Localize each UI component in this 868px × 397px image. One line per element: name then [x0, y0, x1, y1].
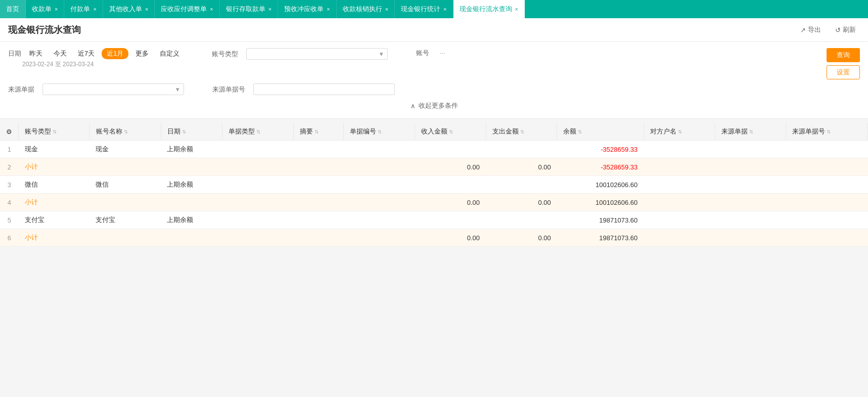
- nav-tab-现金银行统计[interactable]: 现金银行统计×: [395, 0, 453, 18]
- chevron-down-icon: ▾: [380, 50, 383, 58]
- col-header-gear[interactable]: ⚙: [0, 123, 19, 141]
- close-icon[interactable]: ×: [55, 6, 58, 12]
- cell-account-type: 小计: [19, 229, 90, 247]
- source-doc-num-input[interactable]: [253, 83, 395, 95]
- cell-source-doc: [715, 141, 786, 158]
- table-row: 1现金现金上期余额-3528659.33: [0, 141, 868, 158]
- source-doc-num-label: 来源单据号: [212, 85, 245, 94]
- page-header: 现金银行流水查询 ↗ 导出 ↺ 刷新: [0, 18, 868, 42]
- nav-tab-现金银行流水查询[interactable]: 现金银行流水查询×: [453, 0, 525, 18]
- sort-icon[interactable]: ⇅: [827, 129, 831, 135]
- cell-account-type: 微信: [19, 176, 90, 194]
- close-icon[interactable]: ×: [268, 6, 271, 12]
- cell-summary: [293, 141, 343, 158]
- cell-account-name: [89, 229, 161, 247]
- close-icon[interactable]: ×: [327, 6, 330, 12]
- cell-source-doc-no: [786, 176, 868, 194]
- cell-expense: [486, 141, 557, 158]
- date-range: 2023-02-24 至 2023-03-24: [22, 60, 94, 69]
- date-option-近1月[interactable]: 近1月: [102, 48, 128, 59]
- cell-date: [161, 158, 222, 176]
- source-doc-select[interactable]: ▾: [42, 83, 184, 95]
- col-header-balance[interactable]: 余额⇅: [557, 123, 644, 141]
- nav-tab-其他收入单[interactable]: 其他收入单×: [103, 0, 155, 18]
- sort-icon[interactable]: ⇅: [378, 129, 382, 135]
- sort-icon[interactable]: ⇅: [578, 129, 582, 135]
- account-type-filter: 账号类型 ▾: [212, 48, 388, 60]
- close-icon[interactable]: ×: [93, 6, 96, 12]
- cell-date: [161, 194, 222, 211]
- nav-tab-预收冲应收单[interactable]: 预收冲应收单×: [278, 0, 336, 18]
- nav-tab-收款核销执行[interactable]: 收款核销执行×: [337, 0, 395, 18]
- date-option-近7天[interactable]: 近7天: [74, 48, 99, 59]
- row-num: 4: [0, 194, 19, 211]
- cell-summary: [293, 211, 343, 229]
- sort-icon[interactable]: ⇅: [53, 129, 57, 135]
- query-button[interactable]: 查询: [827, 48, 860, 62]
- close-icon[interactable]: ×: [515, 6, 518, 12]
- filter-row-1: 日期 昨天今天近7天近1月更多自定义 2023-02-24 至 2023-03-…: [8, 48, 860, 79]
- col-header-date[interactable]: 日期⇅: [161, 123, 222, 141]
- more-dots[interactable]: ···: [437, 48, 447, 58]
- col-header-doc_no[interactable]: 单据编号⇅: [344, 123, 415, 141]
- nav-tab-银行存取款单[interactable]: 银行存取款单×: [220, 0, 278, 18]
- cell-source-doc: [715, 211, 786, 229]
- cell-doc-no: [344, 158, 415, 176]
- nav-tab-首页[interactable]: 首页: [0, 0, 26, 18]
- date-option-自定义[interactable]: 自定义: [156, 48, 184, 59]
- close-icon[interactable]: ×: [210, 6, 213, 12]
- close-icon[interactable]: ×: [385, 6, 388, 12]
- date-filter: 日期 昨天今天近7天近1月更多自定义 2023-02-24 至 2023-03-…: [8, 48, 184, 69]
- source-doc-filter: 来源单据 ▾: [8, 83, 184, 95]
- cell-income: 0.00: [415, 158, 486, 176]
- col-header-account_name[interactable]: 账号名称⇅: [89, 123, 161, 141]
- close-icon[interactable]: ×: [145, 6, 148, 12]
- date-options: 昨天今天近7天近1月更多自定义: [25, 48, 184, 59]
- col-header-income[interactable]: 收入金额⇅: [415, 123, 486, 141]
- sort-icon[interactable]: ⇅: [182, 129, 186, 135]
- cell-balance: -3528659.33: [557, 158, 644, 176]
- col-header-doc_type[interactable]: 单据类型⇅: [222, 123, 294, 141]
- col-header-expense[interactable]: 支出金额⇅: [486, 123, 557, 141]
- sort-icon[interactable]: ⇅: [124, 129, 128, 135]
- cell-counterparty: [644, 194, 715, 211]
- cell-date: [161, 229, 222, 247]
- table-row: 3微信微信上期余额100102606.60: [0, 176, 868, 194]
- nav-tab-收款单[interactable]: 收款单×: [26, 0, 64, 18]
- cell-source-doc: [715, 176, 786, 194]
- cell-date: 上期余额: [161, 141, 222, 158]
- refresh-button[interactable]: ↺ 刷新: [831, 23, 860, 36]
- col-header-source_doc_no[interactable]: 来源单据号⇅: [786, 123, 868, 141]
- col-header-counterparty[interactable]: 对方户名⇅: [644, 123, 715, 141]
- collapse-bar[interactable]: ∧ 收起更多条件: [8, 99, 860, 112]
- col-header-source_doc[interactable]: 来源单据⇅: [715, 123, 786, 141]
- date-option-昨天[interactable]: 昨天: [25, 48, 47, 59]
- settings-button[interactable]: 设置: [827, 65, 860, 79]
- row-num: 2: [0, 158, 19, 176]
- cell-doc-no: [344, 194, 415, 211]
- sort-icon[interactable]: ⇅: [520, 129, 524, 135]
- cell-account-type: 支付宝: [19, 211, 90, 229]
- cell-expense: 0.00: [486, 158, 557, 176]
- cell-summary: [293, 176, 343, 194]
- gear-icon[interactable]: ⚙: [6, 128, 12, 136]
- date-option-今天[interactable]: 今天: [50, 48, 71, 59]
- col-header-summary[interactable]: 摘要⇅: [293, 123, 343, 141]
- close-icon[interactable]: ×: [443, 6, 446, 12]
- sort-icon[interactable]: ⇅: [449, 129, 453, 135]
- col-header-account_type[interactable]: 账号类型⇅: [19, 123, 90, 141]
- account-type-select[interactable]: ▾: [246, 48, 388, 60]
- sort-icon[interactable]: ⇅: [678, 129, 682, 135]
- sort-icon[interactable]: ⇅: [314, 129, 318, 135]
- sort-icon[interactable]: ⇅: [256, 129, 260, 135]
- date-option-更多[interactable]: 更多: [131, 48, 153, 59]
- nav-tab-付款单[interactable]: 付款单×: [64, 0, 103, 18]
- row-num: 6: [0, 229, 19, 247]
- filter-area-wrapper: 日期 昨天今天近7天近1月更多自定义 2023-02-24 至 2023-03-…: [0, 42, 868, 119]
- cell-income: [415, 176, 486, 194]
- row-num: 3: [0, 176, 19, 194]
- nav-tab-应收应付调整单[interactable]: 应收应付调整单×: [155, 0, 219, 18]
- export-button[interactable]: ↗ 导出: [796, 23, 825, 36]
- export-icon: ↗: [800, 26, 806, 34]
- sort-icon[interactable]: ⇅: [749, 129, 753, 135]
